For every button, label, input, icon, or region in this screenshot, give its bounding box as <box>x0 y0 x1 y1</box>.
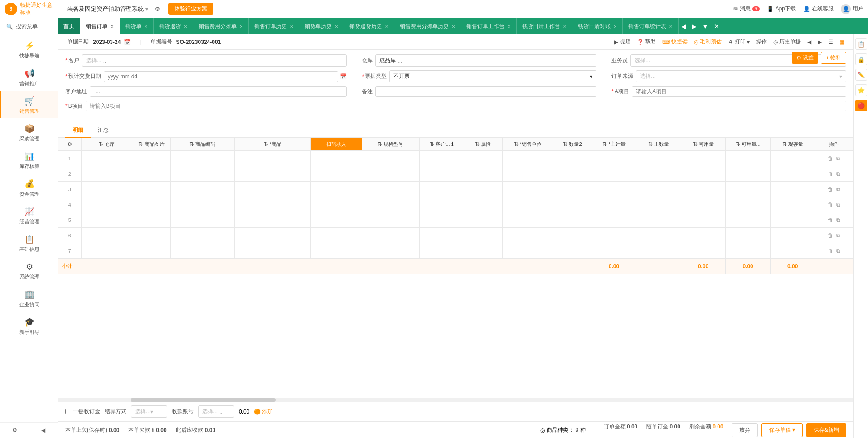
row-code-2[interactable] <box>170 166 234 182</box>
row-main-qty-1[interactable] <box>636 151 681 166</box>
row-main-qty-2[interactable] <box>636 166 681 182</box>
tab-nav-next[interactable]: ▶ <box>689 23 699 30</box>
tab-close-refund-history[interactable]: ✕ <box>385 24 388 29</box>
row-product-3[interactable] <box>234 182 311 197</box>
row-spec-7[interactable] <box>362 243 420 259</box>
tab-fee-history[interactable]: 销售费用分摊单历史 ✕ <box>394 18 461 34</box>
app-download-btn[interactable]: 📱 App下载 <box>767 5 796 13</box>
row-delete-7[interactable]: 🗑 <box>828 248 833 254</box>
tab-close-order-stats[interactable]: ✕ <box>669 24 673 29</box>
online-service-btn[interactable]: 👤 在线客服 <box>803 5 834 13</box>
tab-close-sales-return[interactable]: ✕ <box>144 24 148 29</box>
th-stock[interactable]: ⇅ 现存量 <box>770 138 815 151</box>
row-qty2-2[interactable] <box>553 166 592 182</box>
row-delete-6[interactable]: 🗑 <box>828 232 833 239</box>
row-warehouse-1[interactable] <box>81 151 132 166</box>
tab-nav-prev[interactable]: ◀ <box>679 23 689 30</box>
sidebar-item-marketing[interactable]: 📢 营销推广 <box>0 63 58 91</box>
sidebar-collapse-btn[interactable]: ◀ <box>41 427 45 433</box>
solution-btn[interactable]: 体验行业方案 <box>168 3 213 15</box>
tab-order-history[interactable]: 销售订单历史 ✕ <box>249 18 299 34</box>
row-scan-3[interactable] <box>311 182 362 197</box>
row-stock-2[interactable] <box>770 166 815 182</box>
scroll-thumb[interactable] <box>131 398 276 402</box>
row-product-4[interactable] <box>234 197 311 212</box>
th-customer-code[interactable]: ⇅ 客户... ℹ <box>419 138 464 151</box>
row-product-5[interactable] <box>234 212 311 228</box>
th-warehouse[interactable]: ⇅ 仓库 <box>81 138 132 151</box>
right-panel-icon-5[interactable]: 🔴 <box>855 100 867 111</box>
row-product-2[interactable] <box>234 166 311 182</box>
row-spec-5[interactable] <box>362 212 420 228</box>
th-attr[interactable]: ⇅ 属性 <box>464 138 502 151</box>
row-avail2-5[interactable] <box>726 212 771 228</box>
row-copy-5[interactable]: ⧉ <box>836 217 840 223</box>
tab-close-fee-history[interactable]: ✕ <box>451 24 455 29</box>
th-avail2[interactable]: ⇅ 可用量... <box>726 138 771 151</box>
row-avail-7[interactable] <box>681 243 726 259</box>
tab-close-workbench[interactable]: ✕ <box>507 24 511 29</box>
discard-btn[interactable]: 放弃 <box>732 423 758 437</box>
history-btn[interactable]: ◷ 历史单据 <box>771 37 803 47</box>
row-main-unit-5[interactable] <box>592 212 636 228</box>
row-code-1[interactable] <box>170 151 234 166</box>
row-unit-5[interactable] <box>502 212 553 228</box>
row-spec-4[interactable] <box>362 197 420 212</box>
row-delete-2[interactable]: 🗑 <box>828 171 833 177</box>
user-btn[interactable]: 👤 用户 <box>841 4 863 14</box>
row-spec-3[interactable] <box>362 182 420 197</box>
row-spec-2[interactable] <box>362 166 420 182</box>
tab-home[interactable]: 首页 <box>58 18 80 34</box>
row-qty2-3[interactable] <box>553 182 592 197</box>
operate-btn[interactable]: 操作 <box>754 37 769 47</box>
row-main-unit-1[interactable] <box>592 151 636 166</box>
row-op-6[interactable]: 🗑 ⧉ <box>815 228 853 243</box>
tab-order-stats[interactable]: 销售订单统计表 ✕ <box>623 18 679 34</box>
row-avail-5[interactable] <box>681 212 726 228</box>
messages-btn[interactable]: ✉ 消息 9 <box>733 5 760 13</box>
row-stock-5[interactable] <box>770 212 815 228</box>
address-input[interactable]: ... <box>90 86 347 97</box>
sidebar-search[interactable]: 🔍 搜索菜单 <box>0 18 58 35</box>
sidebar-item-sales[interactable]: 🛒 销售管理 <box>0 91 58 118</box>
tab-close-cash-clear[interactable]: ✕ <box>563 24 567 29</box>
one-click-checkbox-input[interactable] <box>65 409 71 414</box>
order-source-select[interactable]: 选择... ▾ <box>636 70 846 82</box>
list-view-btn[interactable]: ☰ <box>826 38 835 46</box>
row-unit-3[interactable] <box>502 182 553 197</box>
tab-sales-return[interactable]: 销货单 ✕ <box>120 18 154 34</box>
row-product-1[interactable] <box>234 151 311 166</box>
row-scan-5[interactable] <box>311 212 362 228</box>
account-dots[interactable]: ... <box>219 409 224 415</box>
row-customer-4[interactable] <box>419 197 464 212</box>
settlement-select[interactable]: 选择... ▾ <box>131 405 167 418</box>
tab-nav-menu[interactable]: ▼ <box>699 23 711 30</box>
row-qty2-5[interactable] <box>553 212 592 228</box>
view-btn[interactable]: ▶ 视频 <box>612 37 632 47</box>
sidebar-item-system[interactable]: ⚙ 系统管理 <box>0 256 58 284</box>
tab-close-fee-split[interactable]: ✕ <box>239 24 243 29</box>
form-view-btn[interactable]: ▦ <box>838 38 846 46</box>
one-click-checkbox[interactable]: 一键收订金 <box>65 408 100 415</box>
row-avail-1[interactable] <box>681 151 726 166</box>
warehouse-dots[interactable]: ... <box>398 58 402 64</box>
row-main-unit-3[interactable] <box>592 182 636 197</box>
row-code-5[interactable] <box>170 212 234 228</box>
row-product-7[interactable] <box>234 243 311 259</box>
save-draft-btn[interactable]: 保存草稿 ▾ <box>761 423 803 437</box>
row-code-3[interactable] <box>170 182 234 197</box>
print-btn[interactable]: 🖨 打印 ▾ <box>726 37 752 47</box>
right-panel-icon-2[interactable]: 🔒 <box>855 53 867 65</box>
row-scan-6[interactable] <box>311 228 362 243</box>
row-main-qty-6[interactable] <box>636 228 681 243</box>
calendar-icon[interactable]: 📅 <box>124 39 131 45</box>
row-attr-3[interactable] <box>464 182 502 197</box>
th-main-qty[interactable]: ⇅ 主数量 <box>636 138 681 151</box>
row-spec-6[interactable] <box>362 228 420 243</box>
row-op-4[interactable]: 🗑 ⧉ <box>815 197 853 212</box>
tab-cash-clear[interactable]: 钱货日清工作台 ✕ <box>517 18 572 34</box>
row-avail2-6[interactable] <box>726 228 771 243</box>
th-img[interactable]: ⇅ 商品图片 <box>132 138 170 151</box>
shortcut-btn[interactable]: ⌨ 快捷键 <box>660 37 689 47</box>
row-avail-6[interactable] <box>681 228 726 243</box>
